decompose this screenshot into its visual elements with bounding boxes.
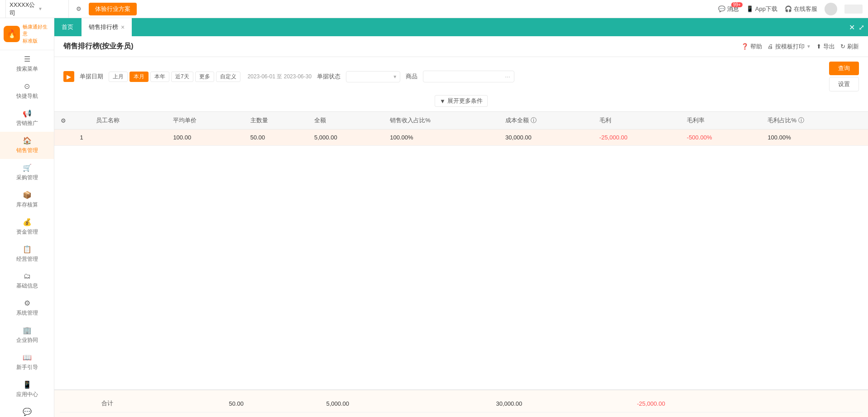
page-header-actions: ❓ 帮助 🖨 按模板打印 ▼ ⬆ 导出 ↻ 刷新: [741, 43, 859, 51]
query-button[interactable]: 查询: [829, 62, 859, 75]
sidebar-item-purchase[interactable]: 🛒 采购管理: [0, 159, 54, 186]
goods-input[interactable]: ···: [423, 71, 514, 82]
status-select[interactable]: ▼: [346, 71, 400, 82]
page-title: 销售排行榜(按业务员): [63, 42, 134, 51]
app-download-label: App下载: [755, 5, 777, 13]
refresh-label: 刷新: [847, 43, 859, 51]
message-badge: 99+: [731, 2, 743, 7]
goods-search-field[interactable]: [427, 73, 503, 80]
date-btn-custom[interactable]: 自定义: [216, 72, 240, 82]
set-button[interactable]: 设置: [829, 77, 859, 91]
col-rank: [72, 112, 91, 129]
expand-button[interactable]: ▼ 展开更多条件: [435, 95, 488, 107]
sidebar-label-marketing: 营销推广: [16, 120, 38, 127]
sidebar-label-inventory: 库存核算: [16, 201, 38, 209]
data-table: ⚙ 员工名称 平均单价 主数量 全额 销售收入占比% 成本全额 ⓘ 毛利 毛利率…: [54, 112, 868, 146]
sidebar-label-search: 搜索菜单: [16, 65, 38, 73]
date-btn-more[interactable]: 更多: [195, 72, 214, 82]
tab-close-icon[interactable]: ×: [121, 24, 125, 30]
app-download-button[interactable]: 📱 App下载: [746, 5, 777, 13]
sidebar-item-guide[interactable]: 📖 新手引导: [0, 349, 54, 376]
company-select[interactable]: XXXXX公司 ▼: [5, 0, 69, 19]
cell-employee-name: [91, 129, 168, 146]
operations-icon: 📋: [23, 245, 32, 254]
sidebar-item-enterprise[interactable]: 🏢 企业协同: [0, 321, 54, 349]
sidebar-label-enterprise: 企业协同: [16, 336, 38, 344]
wechat-icon: 💬: [23, 407, 32, 416]
sidebar-item-marketing[interactable]: 📢 营销推广: [0, 105, 54, 132]
search-menu-icon: ☰: [24, 55, 30, 63]
print-icon: 🖨: [767, 43, 773, 50]
footer-cell-gross-pct: [821, 395, 863, 412]
sidebar-label-system: 系统管理: [16, 309, 38, 317]
sidebar-label-purchase: 采购管理: [16, 174, 38, 182]
main-layout: 🔥 畅康通好生意 标准版 ☰ 搜索菜单 ⊙ 快捷导航 📢 营销推广 🏠 销售管理…: [0, 18, 868, 417]
trial-button[interactable]: 体验行业方案: [89, 3, 137, 15]
table-area: ⚙ 员工名称 平均单价 主数量 全额 销售收入占比% 成本全额 ⓘ 毛利 毛利率…: [54, 112, 868, 389]
footer-cell-avg-price: [182, 395, 223, 412]
table-body: 1 100.00 50.00 5,000.00 100.00% 30,000.0…: [54, 129, 868, 146]
sidebar-item-inventory[interactable]: 📦 库存核算: [0, 186, 54, 213]
help-button[interactable]: ❓ 帮助: [741, 43, 762, 51]
message-button[interactable]: 💬 消息 99+: [718, 5, 739, 13]
date-btn-this-month[interactable]: 本月: [129, 72, 149, 82]
col-settings[interactable]: ⚙: [54, 112, 72, 129]
sidebar-item-apps[interactable]: 📱 应用中心: [0, 376, 54, 403]
sidebar-label-basic: 基础信息: [16, 282, 38, 290]
template-print-button[interactable]: 🖨 按模板打印 ▼: [767, 43, 811, 51]
user-avatar[interactable]: [825, 3, 837, 15]
status-label: 单据状态: [317, 72, 340, 81]
sidebar-item-search[interactable]: ☰ 搜索菜单: [0, 50, 54, 77]
company-name: XXXXX公司: [10, 1, 36, 17]
logo-icon: 🔥: [4, 26, 20, 42]
online-service-label: 在线客服: [794, 5, 817, 13]
status-select-input[interactable]: [350, 73, 357, 80]
help-label: 帮助: [750, 43, 762, 51]
top-settings-icon[interactable]: ⚙: [72, 3, 85, 15]
export-icon: ⬆: [816, 43, 821, 50]
cell-gross-pct: 100.00%: [762, 129, 868, 146]
sidebar-label-guide: 新手引导: [16, 364, 38, 371]
sidebar-label-finance: 资金管理: [16, 228, 38, 236]
date-btn-7days[interactable]: 近7天: [171, 72, 193, 82]
cell-gross-rate: -500.00%: [681, 129, 762, 146]
tab-maximize-icon[interactable]: ⤢: [858, 23, 864, 32]
sidebar-item-sales[interactable]: 🏠 销售管理: [0, 132, 54, 159]
footer-cell-qty: 50.00: [223, 395, 321, 412]
cell-rank: 1: [72, 129, 91, 146]
sidebar-item-quicknav[interactable]: ⊙ 快捷导航: [0, 77, 54, 105]
help-icon: ❓: [741, 43, 748, 50]
filter-toggle-icon[interactable]: ▶: [63, 71, 74, 82]
cell-settings: [54, 129, 72, 146]
sidebar-logo: 🔥 畅康通好生意 标准版: [0, 18, 54, 50]
enterprise-icon: 🏢: [23, 326, 32, 335]
refresh-button[interactable]: ↻ 刷新: [840, 43, 859, 51]
sidebar-item-finance[interactable]: 💰 资金管理: [0, 213, 54, 240]
app-download-icon: 📱: [746, 5, 753, 12]
basic-icon: 🗂: [24, 272, 31, 280]
table-header-row: ⚙ 员工名称 平均单价 主数量 全额 销售收入占比% 成本全额 ⓘ 毛利 毛利率…: [54, 112, 868, 129]
date-btn-last-month[interactable]: 上月: [109, 72, 128, 82]
date-btn-this-year[interactable]: 本年: [150, 72, 169, 82]
sidebar-item-wechat[interactable]: 💬 企业微信: [0, 403, 54, 417]
goods-more-icon[interactable]: ···: [505, 73, 510, 80]
user-name-placeholder: [844, 5, 863, 14]
template-print-label: 按模板打印: [775, 43, 805, 51]
sidebar-item-operations[interactable]: 📋 经营管理: [0, 240, 54, 268]
export-button[interactable]: ⬆ 导出: [816, 43, 835, 51]
sidebar-item-basic[interactable]: 🗂 基础信息: [0, 268, 54, 294]
sidebar-item-system[interactable]: ⚙ 系统管理: [0, 294, 54, 321]
page-content: 销售排行榜(按业务员) ❓ 帮助 🖨 按模板打印 ▼ ⬆ 导出: [54, 36, 868, 417]
tab-sales-ranking[interactable]: 销售排行榜 ×: [82, 18, 132, 36]
footer-cell-empty1: [60, 395, 78, 412]
footer-row: 合计 50.00 5,000.00 30,000.00 -25,000.00: [60, 395, 863, 412]
online-service-button[interactable]: 🎧 在线客服: [785, 5, 817, 13]
tab-home[interactable]: 首页: [54, 18, 81, 36]
col-gross-profit: 毛利: [594, 112, 681, 129]
footer-table: 合计 50.00 5,000.00 30,000.00 -25,000.00: [60, 395, 863, 412]
page-header: 销售排行榜(按业务员) ❓ 帮助 🖨 按模板打印 ▼ ⬆ 导出: [54, 36, 868, 57]
quicknav-icon: ⊙: [24, 82, 30, 91]
cell-amount: 5,000.00: [309, 129, 384, 146]
footer-cell-empty2: [78, 395, 96, 412]
tab-minimize-icon[interactable]: ✕: [849, 23, 855, 32]
